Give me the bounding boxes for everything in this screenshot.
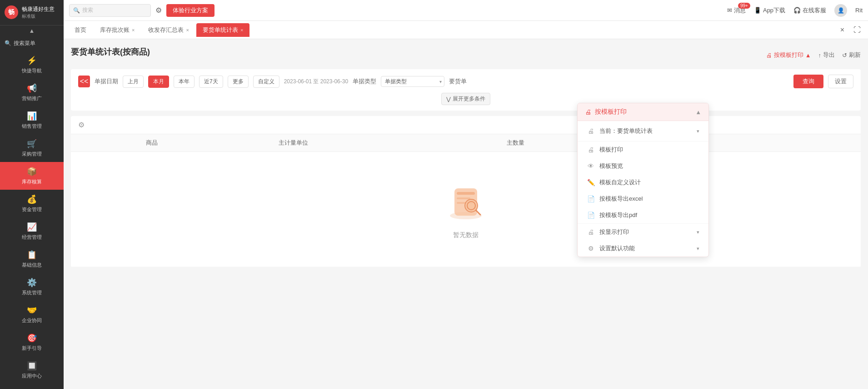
- dropdown-current-item[interactable]: 🖨 当前：要货单统计表 ▾: [578, 123, 708, 139]
- dropdown-collapse-icon[interactable]: ▲: [695, 109, 701, 116]
- table-body: 暂无数据: [71, 152, 861, 267]
- filter-toggle-button[interactable]: <<: [78, 76, 90, 87]
- query-button[interactable]: 查询: [793, 75, 823, 88]
- table-empty-row: 暂无数据: [71, 152, 861, 267]
- inventory-icon: 📦: [27, 167, 37, 177]
- dropdown-item-custom-design[interactable]: ✏️ 模板自定义设计: [578, 174, 708, 191]
- expand-more-button[interactable]: ⋁ 展开更多条件: [441, 93, 490, 105]
- operation-icon: 📈: [27, 222, 37, 232]
- sidebar: 畅 畅康通好生意 标准版 ▲ 🔍 搜索菜单 ⚡ 快捷导航 📢 营销推广 📊 销售…: [0, 0, 64, 389]
- date-range-text: 2023-06-01 至 2023-06-30: [284, 78, 348, 86]
- topbar: 🔍 搜索 ⚙ 体验行业方案 ✉ 消息 99+ 📱 App下载 🎧 在线客服 👤 …: [64, 0, 868, 21]
- tab-close-inventory-batch[interactable]: ×: [132, 27, 135, 33]
- dropdown-display-print[interactable]: 🖨 按显示打印 ▾: [578, 224, 708, 240]
- col-goods: 商品: [140, 134, 272, 152]
- sidebar-item-basic[interactable]: 📋 基础信息: [0, 245, 64, 273]
- dropdown-set-default[interactable]: ⚙ 设置默认功能 ▾: [578, 240, 708, 257]
- date-btn-custom[interactable]: 自定义: [253, 76, 279, 88]
- export-pdf-icon: 📄: [587, 212, 595, 219]
- sidebar-item-inventory[interactable]: 📦 库存核算: [0, 162, 64, 190]
- username-label: Rit: [855, 7, 863, 14]
- sales-icon: 📊: [27, 111, 37, 121]
- logo-text: 畅康通好生意 标准版: [22, 5, 55, 20]
- dropdown-item-template-print[interactable]: 🖨 模板打印: [578, 141, 708, 158]
- tab-order-stats[interactable]: 要货单统计表 ×: [196, 23, 249, 37]
- tab-summary[interactable]: 收发存汇总表 ×: [142, 23, 195, 37]
- trial-button[interactable]: 体验行业方案: [166, 4, 215, 17]
- logo-icon: 畅: [5, 5, 18, 19]
- sidebar-item-operation[interactable]: 📈 经营管理: [0, 217, 64, 245]
- type-select-wrapper: 单据类型: [381, 76, 444, 87]
- export-excel-icon: 📄: [587, 195, 595, 202]
- sidebar-search[interactable]: 🔍 搜索菜单: [0, 36, 64, 51]
- date-btn-more[interactable]: 更多: [228, 76, 249, 88]
- finance-icon: 💰: [27, 194, 37, 204]
- topbar-search[interactable]: 🔍 搜索: [69, 4, 151, 17]
- date-btn-7days[interactable]: 近7天: [199, 76, 223, 88]
- sidebar-item-quick-nav[interactable]: ⚡ 快捷导航: [0, 51, 64, 79]
- app-download-action[interactable]: 📱 App下载: [754, 6, 785, 15]
- sidebar-item-guide[interactable]: 🎯 新手引导: [0, 328, 64, 356]
- tab-close-order-stats[interactable]: ×: [240, 27, 243, 33]
- display-print-chevron: ▾: [697, 229, 699, 235]
- table-toolbar: ⚙: [71, 116, 861, 134]
- sidebar-item-wechat[interactable]: 💬 企业微信: [0, 384, 64, 389]
- sidebar-item-marketing[interactable]: 📢 营销推广: [0, 79, 64, 106]
- filter-right: 查询 设置: [793, 75, 853, 88]
- sidebar-item-purchase[interactable]: 🛒 采购管理: [0, 134, 64, 162]
- table-gear-icon[interactable]: ⚙: [78, 121, 85, 129]
- sidebar-item-finance[interactable]: 💰 资金管理: [0, 190, 64, 217]
- tab-close-summary[interactable]: ×: [186, 27, 189, 33]
- sidebar-item-sales[interactable]: 📊 销售管理: [0, 106, 64, 134]
- data-table: 商品 主计量单位 主数量 零售金额: [71, 134, 861, 267]
- user-avatar[interactable]: 👤: [834, 4, 847, 17]
- message-icon: ✉: [727, 7, 732, 14]
- sidebar-item-system[interactable]: ⚙️ 系统管理: [0, 273, 64, 301]
- refresh-button[interactable]: ↺ 刷新: [842, 51, 861, 59]
- message-action[interactable]: ✉ 消息 99+: [727, 6, 746, 15]
- print-icon: 🖨: [766, 52, 772, 59]
- export-button[interactable]: ↑ 导出: [818, 51, 835, 59]
- sidebar-item-collab[interactable]: 🤝 企业协同: [0, 301, 64, 328]
- tab-inventory-batch[interactable]: 库存批次账 ×: [94, 23, 141, 37]
- date-btn-this-month[interactable]: 本月: [148, 76, 169, 88]
- dropdown-item-export-excel[interactable]: 📄 按模板导出excel: [578, 191, 708, 207]
- date-btn-this-year[interactable]: 本年: [174, 76, 195, 88]
- template-print-icon: 🖨: [587, 146, 595, 153]
- dropdown-item-export-pdf[interactable]: 📄 按模板导出pdf: [578, 207, 708, 223]
- content-area: 要货单统计表(按商品) 🖨 按模板打印 ▲ ↑ 导出 ↺ 刷新: [64, 39, 868, 389]
- print-button[interactable]: 🖨 按模板打印 ▲: [766, 51, 811, 59]
- date-btn-last-month[interactable]: 上月: [123, 76, 144, 88]
- type-select[interactable]: 单据类型: [381, 76, 444, 87]
- export-icon: ↑: [818, 52, 822, 59]
- tab-home[interactable]: 首页: [68, 23, 93, 37]
- goods-label: 要货单: [449, 77, 467, 86]
- tab-fullscreen-icon[interactable]: ⛶: [851, 25, 863, 35]
- set-default-chevron: ▾: [697, 246, 699, 252]
- empty-text: 暂无数据: [453, 231, 479, 239]
- online-service-action[interactable]: 🎧 在线客服: [793, 6, 826, 15]
- settings-button[interactable]: 设置: [828, 75, 853, 88]
- type-label: 单据类型: [353, 77, 376, 86]
- refresh-icon: ↺: [842, 52, 847, 59]
- topbar-search-icon: 🔍: [73, 7, 80, 14]
- dropdown-item-preview[interactable]: 👁 模板预览: [578, 158, 708, 174]
- col-unit: 主计量单位: [272, 134, 500, 152]
- collab-icon: 🤝: [27, 305, 37, 315]
- main-area: 🔍 搜索 ⚙ 体验行业方案 ✉ 消息 99+ 📱 App下载 🎧 在线客服 👤 …: [64, 0, 868, 389]
- topbar-gear-icon[interactable]: ⚙: [155, 6, 162, 15]
- empty-state: 暂无数据: [71, 152, 861, 267]
- expand-more-row: ⋁ 展开更多条件: [78, 93, 853, 105]
- svg-rect-3: [457, 197, 470, 199]
- system-icon: ⚙️: [27, 278, 37, 288]
- sidebar-scroll-up[interactable]: ▲: [0, 25, 64, 36]
- col-checkbox: [71, 134, 140, 152]
- date-label: 单据日期: [95, 77, 118, 86]
- page-title: 要货单统计表(按商品): [71, 46, 150, 57]
- sidebar-item-apps[interactable]: 🔲 应用中心: [0, 356, 64, 384]
- quick-nav-icon: ⚡: [27, 56, 37, 66]
- current-chevron: ▾: [697, 128, 699, 134]
- tab-expand-icon[interactable]: ×: [838, 25, 847, 35]
- filter-area: << 单据日期 上月 本月 本年 近7天 更多 自定义 2023-06-01 至…: [71, 69, 861, 111]
- table-area: ⚙ 商品 主计量单位 主数量 零售金额: [71, 116, 861, 267]
